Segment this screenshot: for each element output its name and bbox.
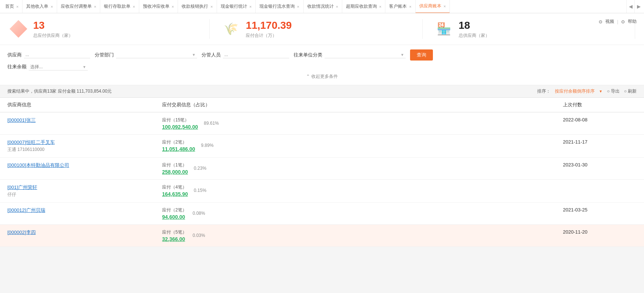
collapse-button[interactable]: ⌃ 收起更多条件 (306, 73, 338, 80)
payable-pct-5: 0.03% (193, 233, 205, 238)
summary-bar: 13 总应付供应商（家） 🌾 11,170.39 应付合计（万） 🏪 18 总供… (0, 13, 644, 45)
tab-close-receipt-stat[interactable]: × (336, 4, 338, 9)
supplier-link-4[interactable]: [000012]广州贝瑞 (7, 207, 45, 213)
nav-tab-prepay-offset[interactable]: 预收冲应收单× (139, 0, 178, 13)
payable-pct-4: 0.08% (193, 211, 205, 216)
nav-tab-home[interactable]: 首页× (1, 0, 22, 13)
payable-amount-2[interactable]: 258,000.00 (162, 169, 188, 175)
video-link[interactable]: 视频 (605, 18, 614, 25)
filter-category: 往来单位分类 ▼ (294, 51, 406, 58)
supplier-filter-input[interactable] (24, 51, 90, 58)
payable-suppliers-label: 总应付供应商（家） (33, 32, 73, 39)
payable-cell-2: 应付（1笔）258,000.000.23% (162, 162, 563, 175)
lastpay-date-4: 2021-03-25 (563, 207, 588, 213)
tab-close-receipt-verify[interactable]: × (210, 4, 213, 9)
top-right-links: ⊙ 视频 | ⊙ 帮助 (599, 18, 637, 25)
table-body: [000001]张三应付（15笔）100,092,540.0089.61%202… (0, 113, 644, 247)
lastpay-date-2: 2023-01-30 (563, 162, 588, 168)
help-icon: ⊙ (621, 19, 625, 24)
total-suppliers-label: 总供应商（家） (459, 32, 490, 39)
export-label: 导出 (611, 88, 620, 94)
table-row: [001]广州荣轩仔仔应付（4笔）164,635.900.15% (0, 180, 644, 203)
tab-close-customer-book[interactable]: × (409, 4, 411, 9)
col-header-lastpay: 上次付数 (563, 101, 637, 108)
query-button[interactable]: 查询 (410, 49, 433, 61)
balance-filter-label: 往来余额 (7, 63, 27, 70)
person-filter-input[interactable] (223, 51, 289, 58)
payable-info-3: 应付（4笔）164,635.90 (162, 184, 188, 197)
payable-label-1: 应付（2笔） (162, 139, 195, 145)
supplier-link-5[interactable]: [000002]李四 (7, 230, 36, 235)
refresh-button[interactable]: ○ 刷新 (624, 88, 637, 94)
lastpay-date-0: 2022-08-08 (563, 117, 588, 123)
grain-icon: 🌾 (221, 19, 241, 38)
divider: | (617, 19, 618, 24)
lastpay-cell-0: 2022-08-08 (563, 117, 637, 123)
main-scroll[interactable]: 供应商信息 应付交易信息（占比） 上次付数 [000001]张三应付（15笔）1… (0, 98, 644, 293)
video-icon: ⊙ (599, 19, 602, 24)
payable-suppliers-num: 13 (33, 19, 73, 32)
filter-dept: 分管部门 ▼ (95, 51, 197, 58)
export-icon: ○ (607, 89, 610, 94)
payable-info-4: 应付（2笔）94,600.00 (162, 207, 187, 220)
supplier-cell-0: [000001]张三 (7, 117, 162, 124)
nav-tab-cash-bank-query[interactable]: 现金银行流水查询× (256, 0, 303, 13)
balance-filter-input[interactable] (29, 63, 88, 70)
tab-close-supplier-book[interactable]: × (444, 4, 446, 8)
filter-row-2: 往来余额 ▼ (7, 63, 637, 70)
nav-right-arrow[interactable]: ▶ (634, 0, 643, 13)
payable-info-0: 应付（15笔）100,092,540.00 (162, 117, 198, 130)
nav-tab-cash-bank-stat[interactable]: 现金银行统计× (217, 0, 256, 13)
payable-amount-1[interactable]: 11,051,486.00 (162, 146, 195, 152)
supplier-sub-1: 王通 17106110000 (7, 146, 162, 153)
nav-tab-overdue-ar[interactable]: 超期应收款查询× (342, 0, 385, 13)
category-filter-input[interactable] (325, 51, 406, 58)
payable-amount-5[interactable]: 32,366.00 (162, 236, 187, 242)
payable-amount-3[interactable]: 164,635.90 (162, 191, 188, 197)
nav-tab-bank-deposit[interactable]: 银行存取款单× (100, 0, 139, 13)
lastpay-date-5: 2020-11-20 (563, 229, 588, 235)
sort-value[interactable]: 按应付余额倒序排序 (555, 88, 595, 94)
supplier-link-2[interactable]: [000100]本特勤油品有限公司 (7, 162, 69, 168)
nav-tab-ar-ap-adjust[interactable]: 应收应付调整单× (57, 0, 100, 13)
tab-close-ar-ap-adjust[interactable]: × (94, 4, 96, 9)
supplier-cell-1: [000007]恒旺二手叉车王通 17106110000 (7, 139, 162, 153)
payable-amount-4[interactable]: 94,600.00 (162, 214, 187, 220)
payable-pct-0: 89.61% (204, 121, 219, 126)
summary-info-total-suppliers: 18 总供应商（家） (459, 19, 490, 39)
supplier-link-1[interactable]: [000007]恒旺二手叉车 (7, 139, 55, 145)
nav-tab-receipt-stat[interactable]: 收款情况统计× (304, 0, 342, 13)
nav-tab-customer-book[interactable]: 客户账本× (385, 0, 415, 13)
payable-info-1: 应付（2笔）11,051,486.00 (162, 139, 195, 152)
tab-close-home[interactable]: × (16, 4, 18, 9)
supplier-link-3[interactable]: [001]广州荣轩 (7, 185, 37, 190)
tab-close-overdue-ar[interactable]: × (379, 4, 381, 9)
table-row: [000012]广州贝瑞应付（2笔）94,600.000.08%2021-03-… (0, 203, 644, 225)
tab-close-other-income[interactable]: × (50, 4, 53, 9)
tab-close-cash-bank-stat[interactable]: × (249, 4, 252, 9)
payable-label-5: 应付（5笔） (162, 229, 187, 235)
payable-amount-0[interactable]: 100,092,540.00 (162, 124, 198, 130)
tab-close-bank-deposit[interactable]: × (133, 4, 135, 9)
summary-card-payable-suppliers: 13 总应付供应商（家） (9, 19, 210, 39)
tab-close-cash-bank-query[interactable]: × (297, 4, 299, 9)
dept-filter-input[interactable] (116, 51, 197, 58)
payable-label-2: 应付（1笔） (162, 162, 188, 168)
sort-chevron-down-icon[interactable]: ▼ (599, 89, 603, 93)
summary-card-total-payable: 🌾 11,170.39 应付合计（万） (210, 19, 422, 39)
nav-left-arrow[interactable]: ◀ (626, 0, 634, 13)
table-row: [000001]张三应付（15笔）100,092,540.0089.61%202… (0, 113, 644, 135)
nav-tab-other-income[interactable]: 其他收入单× (22, 0, 57, 13)
filter-supplier: 供应商 (7, 51, 90, 58)
balance-select-wrap: ▼ (29, 63, 88, 70)
tab-close-prepay-offset[interactable]: × (172, 4, 174, 9)
supplier-link-0[interactable]: [000001]张三 (7, 117, 36, 123)
data-table: 供应商信息 应付交易信息（占比） 上次付数 [000001]张三应付（15笔）1… (0, 98, 644, 247)
nav-tab-receipt-verify[interactable]: 收款核销执行× (178, 0, 217, 13)
filter-row-1: 供应商 分管部门 ▼ 分管人员 往来单位分类 ▼ 查询 (7, 49, 637, 61)
help-link[interactable]: 帮助 (628, 18, 637, 25)
export-button[interactable]: ○ 导出 (607, 88, 620, 94)
nav-tab-supplier-book[interactable]: 供应商账本× (416, 0, 450, 13)
payable-cell-5: 应付（5笔）32,366.000.03% (162, 229, 563, 242)
payable-pct-1: 9.89% (201, 143, 214, 148)
